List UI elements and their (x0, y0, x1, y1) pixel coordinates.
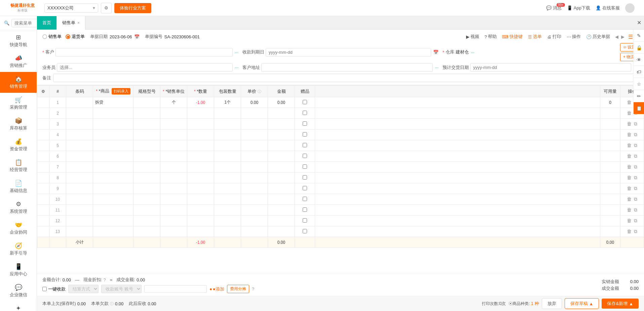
cell-barcode-8[interactable] (66, 183, 93, 194)
cell-qty-3[interactable] (187, 129, 214, 140)
tab-sales-order[interactable]: 销售单 × (57, 16, 85, 30)
cell-gift-0[interactable] (295, 97, 315, 108)
cell-pkg-7[interactable] (214, 172, 241, 183)
cell-amount-4[interactable] (268, 140, 295, 151)
cell-price-1[interactable] (241, 108, 268, 119)
cell-unit-11[interactable] (160, 216, 187, 226)
cell-unit-5[interactable] (160, 151, 187, 162)
cell-spec-2[interactable] (134, 119, 160, 129)
toolbar-video[interactable]: ▶ 视频 (465, 33, 481, 40)
gift-checkbox-11[interactable] (303, 218, 307, 223)
salesperson-input[interactable] (57, 63, 233, 72)
sidebar-item-purchase[interactable]: 🛒 采购管理 (0, 93, 37, 114)
cell-amount-11[interactable] (268, 216, 295, 226)
cell-qty-7[interactable] (187, 172, 214, 183)
sidebar-item-sales[interactable]: 🏠 销售管理 (0, 72, 37, 93)
sidebar-item-quick-nav[interactable]: ⊞ 快捷导航 (0, 30, 37, 51)
add-payment-button[interactable]: ● ●添加 (210, 286, 224, 292)
cell-price-12[interactable] (241, 226, 268, 237)
cell-product-1[interactable] (93, 108, 134, 119)
cell-barcode-12[interactable] (66, 226, 93, 237)
cell-pkg-0[interactable]: 1个 (214, 97, 241, 108)
nav-prev-icon[interactable]: ◀ (614, 34, 619, 39)
calendar-icon-due[interactable]: 📅 (433, 50, 439, 55)
customer-addr-dots[interactable]: ··· (435, 65, 439, 70)
view-list-icon[interactable]: ☰ (628, 34, 633, 40)
cell-remark-7[interactable] (315, 172, 600, 183)
copy-btn-7[interactable]: ⧉ (634, 175, 637, 180)
pay-amount-input[interactable] (144, 285, 207, 293)
cell-spec-1[interactable] (134, 108, 160, 119)
cell-amount-3[interactable] (268, 129, 295, 140)
cell-qty-6[interactable] (187, 162, 214, 172)
cell-barcode-6[interactable] (66, 162, 93, 172)
side-btn-3[interactable]: 👁 (634, 54, 644, 66)
cell-barcode-2[interactable] (66, 119, 93, 129)
cell-remark-8[interactable] (315, 183, 600, 194)
cell-gift-12[interactable] (295, 226, 315, 237)
nav-next-icon[interactable]: ▶ (620, 34, 626, 39)
cell-remark-6[interactable] (315, 162, 600, 172)
scan-button[interactable]: 扫码录入 (112, 88, 130, 94)
cell-spec-12[interactable] (134, 226, 160, 237)
cell-unit-12[interactable] (160, 226, 187, 237)
cell-remark-4[interactable] (315, 140, 600, 151)
company-selector[interactable]: XXXXXX公司 ▾ (44, 3, 98, 13)
sidebar-item-basic-info[interactable]: 📄 基础信息 (0, 176, 37, 197)
cell-barcode-9[interactable] (66, 194, 93, 205)
toolbar-history[interactable]: 🕐 历史单据 (585, 33, 611, 40)
copy-btn-5[interactable]: ⧉ (634, 153, 637, 159)
sidebar-item-member[interactable]: ✦ 畅会员 (0, 301, 37, 311)
save-draft-button[interactable]: 保存草稿 ▲ (565, 298, 599, 309)
cell-gift-4[interactable] (295, 140, 315, 151)
cell-barcode-1[interactable] (66, 108, 93, 119)
cell-remark-9[interactable] (315, 194, 600, 205)
copy-btn-12[interactable]: ⧉ (634, 229, 637, 234)
cell-spec-7[interactable] (134, 172, 160, 183)
side-btn-1[interactable]: ✎ (634, 30, 644, 42)
side-btn-5[interactable]: ☆ (634, 78, 644, 90)
tab-home[interactable]: 首页 (37, 16, 57, 30)
gift-checkbox-1[interactable] (303, 111, 307, 115)
delete-btn-9[interactable]: 🗑 (627, 196, 632, 202)
abandon-button[interactable]: 放弃 (542, 298, 562, 309)
toolbar-shortcut[interactable]: ⌨ 快捷键 (501, 33, 524, 40)
fee-split-button[interactable]: 费用分摊 (227, 285, 249, 293)
toolbar-select[interactable]: ☰ 选单 (527, 33, 543, 40)
gift-checkbox-2[interactable] (303, 121, 307, 126)
gift-checkbox-12[interactable] (303, 229, 307, 233)
cell-pkg-1[interactable] (214, 108, 241, 119)
one-click-pay[interactable]: 一键收款 (42, 286, 66, 292)
cell-product-2[interactable] (93, 119, 134, 129)
gift-checkbox-7[interactable] (303, 175, 307, 180)
delete-btn-4[interactable]: 🗑 (627, 143, 632, 148)
warehouse-dots[interactable]: ··· (471, 50, 475, 55)
cell-unit-2[interactable] (160, 119, 187, 129)
cell-spec-3[interactable] (134, 129, 160, 140)
cell-remark-0[interactable] (315, 97, 600, 108)
cell-remark-11[interactable] (315, 216, 600, 226)
delete-btn-0[interactable]: 🗑 (627, 100, 632, 105)
cell-product-7[interactable] (93, 172, 134, 183)
cell-product-11[interactable] (93, 216, 134, 226)
cell-spec-0[interactable] (134, 97, 160, 108)
side-btn-4[interactable]: 🏷 (634, 66, 644, 78)
sidebar-item-marketing[interactable]: 📣 营销推广 (0, 51, 37, 72)
copy-btn-6[interactable]: ⧉ (634, 164, 637, 169)
cell-unit-10[interactable] (160, 205, 187, 216)
cell-amount-6[interactable] (268, 162, 295, 172)
sidebar-item-operations[interactable]: 📋 经营管理 (0, 155, 37, 176)
cell-gift-11[interactable] (295, 216, 315, 226)
cell-remark-1[interactable] (315, 108, 600, 119)
cell-spec-11[interactable] (134, 216, 160, 226)
cell-qty-0[interactable]: -1.00 (187, 97, 214, 108)
cell-spec-4[interactable] (134, 140, 160, 151)
cell-pkg-5[interactable] (214, 151, 241, 162)
gift-checkbox-5[interactable] (303, 154, 307, 158)
cell-remark-12[interactable] (315, 226, 600, 237)
cell-spec-9[interactable] (134, 194, 160, 205)
copy-btn-8[interactable]: ⧉ (634, 186, 637, 191)
one-click-pay-checkbox[interactable] (42, 287, 47, 291)
cell-pkg-2[interactable] (214, 119, 241, 129)
cell-unit-7[interactable] (160, 172, 187, 183)
